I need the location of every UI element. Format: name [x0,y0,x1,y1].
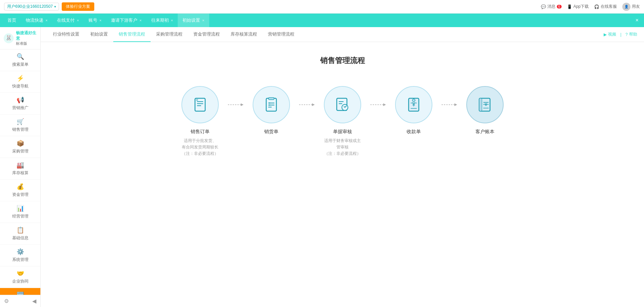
help-button[interactable]: ? 帮助 [625,32,637,37]
subtab-marketing-flow-label: 营销管理流程 [268,31,294,37]
step-ledger-name: 客户账本 [475,129,494,135]
user-selector[interactable]: 用户690企业1660120507 ▾ [4,3,59,11]
subtab-initial[interactable]: 初始设置 [85,27,113,42]
ledger-icon: ¥ [476,96,493,113]
main-layout: 🐰 畅捷通好生意 标准版 🔍 搜索菜单 ⚡ 快捷导航 📢 营销推广 🛒 [0,27,644,307]
svg-rect-6 [196,99,198,101]
sidebar-label-operation: 经营管理 [12,213,28,219]
sidebar-item-guide[interactable]: 🆕 新手引导 [0,288,40,295]
tab-invite-close[interactable]: × [139,18,141,22]
sidebar-item-sales[interactable]: 🛒 销售管理 [0,115,40,136]
close-all-tabs[interactable]: × [633,17,641,23]
sidebar-item-collab[interactable]: 🤝 企业协同 [0,266,40,288]
flow-arrow-4 [441,86,458,108]
sidebar-item-inventory[interactable]: 🏭 库存核算 [0,158,40,180]
subtab-industry[interactable]: 行业特性设置 [47,27,85,42]
arrow-icon-3 [370,101,387,108]
help-label: 帮助 [629,32,637,37]
message-button[interactable]: 💬 消息 6 [541,4,562,9]
svg-rect-34 [479,98,482,111]
tab-period[interactable]: 往来期初 × [147,14,178,27]
sidebar-item-marketing[interactable]: 📢 营销推广 [0,93,40,115]
tab-invite[interactable]: 邀请下游客户 × [106,14,146,27]
step-receipt-name: 收款单 [407,129,421,135]
nav-tabs: 首页 物流快递 × 在线支付 × 账号 × 邀请下游客户 × 往来期初 × 初始… [0,14,644,27]
subtab-actions: ▶ 视频 | ? 帮助 [604,32,637,37]
tab-account[interactable]: 账号 × [84,14,106,27]
subtab-initial-label: 初始设置 [90,31,108,37]
sidebar-item-purchase[interactable]: 📦 采购管理 [0,136,40,158]
sidebar-item-finance[interactable]: 💰 资金管理 [0,180,40,201]
step-audit-desc: 适用于财务审核或主管审核（注：非必要流程） [324,138,361,157]
sidebar-item-basic[interactable]: 📋 基础信息 [0,223,40,245]
tab-payment-label: 在线支付 [57,17,75,23]
tab-logistics-label: 物流快递 [26,17,43,23]
sidebar-logo: 🐰 畅捷通好生意 标准版 [0,27,40,49]
tab-home[interactable]: 首页 [3,14,21,27]
sidebar-label-search: 搜索菜单 [12,62,28,67]
tab-logistics[interactable]: 物流快递 × [21,14,52,27]
subtab-marketing-flow[interactable]: 营销管理流程 [262,27,300,42]
subtab-sales-flow-label: 销售管理流程 [119,31,145,37]
svg-marker-17 [312,103,315,106]
step-sales-order-desc: 适用于分批发货、有合同发货周期较长（注：非必要流程） [182,138,218,157]
settings-bottom-icon[interactable]: ⚙ [4,298,9,304]
flow-circle-receipt[interactable]: ¥ [395,86,432,123]
top-bar: 用户690企业1660120507 ▾ 体验行业方案 💬 消息 6 📱 App下… [0,0,644,14]
flow-step-receipt: ¥ 收款单 [387,86,441,138]
tab-payment[interactable]: 在线支付 × [52,14,83,27]
flow-circle-sales-order[interactable] [181,86,219,123]
sidebar-item-system[interactable]: ⚙️ 系统管理 [0,245,40,266]
flow-step-delivery: 销货单 [244,86,298,138]
flow-title: 销售管理流程 [47,56,637,66]
flow-circle-audit[interactable] [324,86,361,123]
flow-circle-delivery[interactable] [253,86,290,123]
tab-account-close[interactable]: × [99,18,101,22]
tab-logistics-close[interactable]: × [45,18,47,22]
tab-period-close[interactable]: × [171,18,173,22]
top-bar-left: 用户690企业1660120507 ▾ 体验行业方案 [4,2,94,11]
tab-initial-setup[interactable]: 初始设置 × [178,14,209,27]
subtab-inventory-flow[interactable]: 库存核算流程 [225,27,262,42]
sidebar-label-collab: 企业协同 [12,279,28,284]
sidebar-item-search[interactable]: 🔍 搜索菜单 [0,49,40,71]
svg-rect-10 [269,98,274,100]
sidebar-item-operation[interactable]: 📊 经营管理 [0,201,40,223]
avatar: 👤 [622,3,630,11]
arrow-icon-2 [298,101,315,108]
user-label: 用户690企业1660120507 [7,4,53,9]
app-label: App下载 [573,4,589,9]
tab-initial-setup-close[interactable]: × [202,18,204,22]
subtab-sales-flow[interactable]: 销售管理流程 [113,27,151,42]
tab-payment-close[interactable]: × [77,18,79,22]
sales-order-icon [192,96,209,113]
sidebar-item-quicknav[interactable]: ⚡ 快捷导航 [0,71,40,93]
receipt-icon: ¥ [405,96,422,113]
subtab-finance-flow[interactable]: 资金管理流程 [188,27,225,42]
quicknav-icon: ⚡ [17,75,24,82]
logo-icon: 🐰 [3,32,14,44]
svg-text:¥: ¥ [412,102,415,107]
flow-step-sales-order: 销售订单 适用于分批发货、有合同发货周期较长（注：非必要流程） [173,86,227,157]
video-icon: ▶ [604,32,607,37]
username-label: 用友 [632,4,640,9]
trial-button[interactable]: 体验行业方案 [62,2,94,11]
app-download-button[interactable]: 📱 App下载 [567,4,589,9]
flow-diagram: 销售订单 适用于分批发货、有合同发货周期较长（注：非必要流程） [47,86,637,157]
finance-icon: 💰 [17,183,24,190]
step-audit-name: 单据审核 [333,129,352,135]
subtab-purchase-flow[interactable]: 采购管理流程 [151,27,188,42]
tab-period-label: 往来期初 [151,17,169,23]
svg-point-30 [412,99,415,102]
video-button[interactable]: ▶ 视频 [604,32,616,37]
dropdown-icon: ▾ [54,5,56,8]
operation-icon: 📊 [17,205,24,212]
customer-service-button[interactable]: 🎧 在线客服 [594,4,617,9]
user-menu[interactable]: 👤 用友 [622,3,640,11]
collapse-icon[interactable]: ◀ [32,298,36,304]
brand-version: 标准版 [16,41,37,46]
content-area: 行业特性设置 初始设置 销售管理流程 采购管理流程 资金管理流程 库存核算流程 … [41,27,644,307]
message-label: 消息 [547,4,555,9]
flow-circle-ledger[interactable]: ¥ [466,86,504,123]
sidebar-label-sales: 销售管理 [12,127,28,132]
